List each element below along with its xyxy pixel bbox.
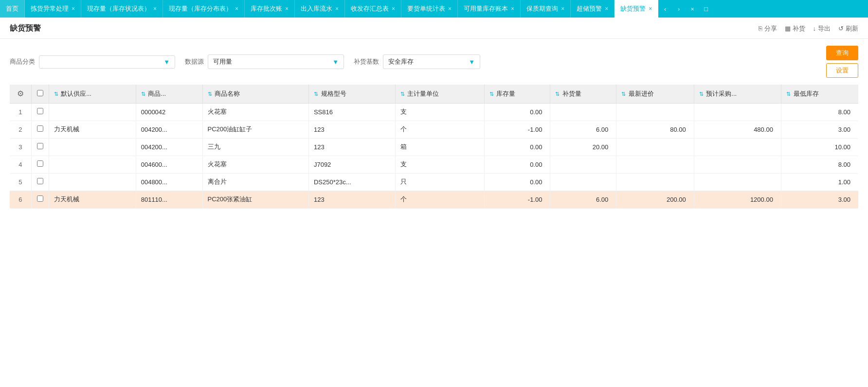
- query-button[interactable]: 查询: [826, 46, 858, 60]
- select-all-checkbox[interactable]: [37, 90, 43, 96]
- row-select-2[interactable]: [37, 125, 43, 132]
- row-unit-1: 支: [395, 103, 484, 121]
- row-supplier-4: [49, 156, 136, 173]
- tab-expiry-query-close[interactable]: ×: [561, 5, 564, 12]
- row-checkbox-4[interactable]: [31, 156, 49, 173]
- row-checkbox-1[interactable]: [31, 103, 49, 121]
- tab-overstock[interactable]: 超储预警 ×: [571, 0, 615, 18]
- tab-next-btn[interactable]: ›: [672, 0, 686, 18]
- tab-batch-account[interactable]: 库存批次账 ×: [245, 0, 295, 18]
- col-product-name[interactable]: ⇅ 商品名称: [202, 85, 308, 103]
- tab-expiry-query[interactable]: 保质期查询 ×: [521, 0, 571, 18]
- col-unit[interactable]: ⇅ 主计量单位: [395, 85, 484, 103]
- row-product-name-3: 三九: [202, 138, 308, 156]
- gear-icon[interactable]: ⚙: [17, 89, 24, 98]
- replenish-icon: ▦: [785, 25, 791, 32]
- col-unit-label: 主计量单位: [407, 90, 439, 97]
- share-action[interactable]: ⎘ 分享: [759, 24, 777, 33]
- row-supplier-5: [49, 173, 136, 191]
- row-est-purchase-3: [694, 138, 781, 156]
- tab-batch-account-close[interactable]: ×: [285, 5, 289, 12]
- replenish-basis-select[interactable]: 安全库存 ▼: [383, 54, 480, 69]
- tab-abnormal-label: 拣货异常处理: [31, 4, 69, 13]
- tab-prev-btn[interactable]: ‹: [658, 0, 672, 18]
- datasource-select[interactable]: 可用量 ▼: [208, 54, 344, 69]
- col-product-code[interactable]: ⇅ 商品...: [136, 85, 202, 103]
- row-supplier-3: [49, 138, 136, 156]
- row-checkbox-5[interactable]: [31, 173, 49, 191]
- tab-close-all-btn[interactable]: ×: [686, 0, 699, 18]
- row-supplier-1: [49, 103, 136, 121]
- tab-abnormal-close[interactable]: ×: [72, 5, 75, 12]
- col-latest-price[interactable]: ⇅ 最新进价: [616, 85, 694, 103]
- row-select-5[interactable]: [37, 178, 43, 184]
- row-stock-qty-5: 0.00: [484, 173, 550, 191]
- tab-inventory-status[interactable]: 现存量（库存状况表） ×: [81, 0, 163, 18]
- maximize-icon: □: [704, 5, 708, 13]
- table-row: 6 力天机械 801110... PC200张紧油缸 123 个 -1.00 6…: [10, 191, 858, 208]
- col-default-supplier[interactable]: ⇅ 默认供应...: [49, 85, 136, 103]
- row-checkbox-6[interactable]: [31, 191, 49, 208]
- row-latest-price-3: [616, 138, 694, 156]
- tab-shortage-label: 缺货预警: [620, 4, 646, 13]
- tab-overstock-close[interactable]: ×: [605, 5, 608, 12]
- sort-supplier-icon: ⇅: [54, 91, 58, 97]
- sort-spec-icon: ⇅: [314, 91, 318, 97]
- row-select-4[interactable]: [37, 160, 43, 167]
- refresh-label: 刷新: [846, 24, 858, 33]
- category-select[interactable]: ▼: [39, 55, 175, 69]
- tab-available-ledger-close[interactable]: ×: [511, 5, 514, 12]
- tab-collect-summary[interactable]: 收发存汇总表 ×: [345, 0, 401, 18]
- tab-inventory-dist-close[interactable]: ×: [235, 5, 238, 12]
- row-stock-qty-2: -1.00: [484, 121, 550, 138]
- data-table: ⚙ ⇅ 默认供应... ⇅ 商品... ⇅ 商品名称: [10, 85, 858, 209]
- tab-inout-flow[interactable]: 出入库流水 ×: [295, 0, 345, 18]
- row-checkbox-3[interactable]: [31, 138, 49, 156]
- row-est-purchase-1: [694, 103, 781, 121]
- row-latest-price-2: 80.00: [616, 121, 694, 138]
- tab-order-stats[interactable]: 要货单统计表 ×: [401, 0, 458, 18]
- col-stock-qty-label: 库存量: [496, 90, 515, 97]
- tab-maximize-btn[interactable]: □: [699, 0, 713, 18]
- row-select-3[interactable]: [37, 143, 43, 149]
- col-stock-qty[interactable]: ⇅ 库存量: [484, 85, 550, 103]
- tab-abnormal[interactable]: 拣货异常处理 ×: [25, 0, 81, 18]
- replenish-action[interactable]: ▦ 补货: [785, 24, 805, 33]
- tab-shortage-close[interactable]: ×: [649, 5, 652, 12]
- tab-collect-summary-close[interactable]: ×: [392, 5, 395, 12]
- row-select-6[interactable]: [37, 195, 43, 202]
- col-replenish-qty[interactable]: ⇅ 补货量: [550, 85, 616, 103]
- row-latest-price-5: [616, 173, 694, 191]
- tab-inventory-status-close[interactable]: ×: [153, 5, 157, 12]
- tab-inout-flow-close[interactable]: ×: [335, 5, 339, 12]
- row-min-stock-3: 10.00: [781, 138, 858, 156]
- refresh-action[interactable]: ↺ 刷新: [838, 24, 858, 33]
- tab-prev-icon: ‹: [664, 5, 666, 13]
- close-all-icon: ×: [690, 5, 694, 13]
- tab-available-ledger[interactable]: 可用量库存账本 ×: [458, 0, 521, 18]
- tab-collect-summary-label: 收发存汇总表: [351, 4, 389, 13]
- datasource-filter-label: 数据源: [185, 57, 204, 66]
- tab-home[interactable]: 首页: [0, 0, 25, 18]
- row-spec-5: DS250*23c...: [308, 173, 395, 191]
- tab-inventory-status-label: 现存量（库存状况表）: [87, 4, 150, 13]
- row-est-purchase-4: [694, 156, 781, 173]
- export-action[interactable]: ↓ 导出: [813, 24, 831, 33]
- row-spec-4: J7092: [308, 156, 395, 173]
- row-min-stock-6: 3.00: [781, 191, 858, 208]
- col-gear[interactable]: ⚙: [10, 85, 31, 103]
- row-checkbox-2[interactable]: [31, 121, 49, 138]
- tab-shortage[interactable]: 缺货预警 ×: [615, 0, 658, 18]
- category-filter-label: 商品分类: [10, 57, 35, 66]
- col-min-stock[interactable]: ⇅ 最低库存: [781, 85, 858, 103]
- col-est-purchase[interactable]: ⇅ 预计采购...: [694, 85, 781, 103]
- tab-order-stats-close[interactable]: ×: [448, 5, 452, 12]
- tab-inventory-dist[interactable]: 现存量（库存分布表） ×: [163, 0, 245, 18]
- settings-button[interactable]: 设置: [826, 63, 858, 78]
- row-product-code-6: 801110...: [136, 191, 202, 208]
- row-select-1[interactable]: [37, 108, 43, 114]
- filter-bar: 商品分类 ▼ 数据源 可用量 ▼ 补货基数 安全库存 ▼ 查询 设置: [0, 39, 868, 85]
- row-min-stock-2: 3.00: [781, 121, 858, 138]
- col-spec[interactable]: ⇅ 规格型号: [308, 85, 395, 103]
- tab-next-icon: ›: [678, 5, 680, 13]
